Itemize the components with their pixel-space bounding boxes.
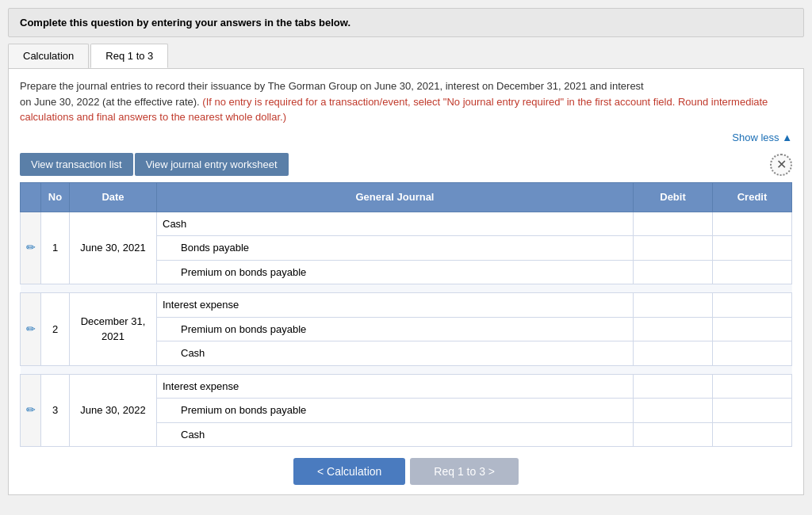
col-debit-header: Debit: [634, 183, 713, 212]
date-cell-1: June 30, 2021: [70, 212, 157, 284]
edit-icon-2[interactable]: ✏: [26, 322, 36, 335]
content-area: Prepare the journal entries to record th…: [8, 68, 804, 495]
journal-cell-3b[interactable]: Premium on bonds payable: [157, 399, 634, 423]
debit-cell-2b[interactable]: [634, 317, 713, 341]
credit-cell-1b[interactable]: [713, 236, 792, 261]
credit-cell-3b[interactable]: [713, 399, 792, 423]
journal-cell-1b[interactable]: Bonds payable: [157, 236, 634, 261]
spacer-row-2: [21, 365, 792, 374]
description-block: Prepare the journal entries to record th…: [20, 78, 792, 125]
toolbar-row: View transaction list View journal entry…: [20, 153, 792, 176]
toolbar-left: View transaction list View journal entry…: [20, 153, 289, 176]
date-cell-2: December 31, 2021: [70, 293, 157, 366]
credit-cell-1c[interactable]: [713, 260, 792, 284]
credit-cell-2a[interactable]: [713, 293, 792, 318]
credit-cell-1a[interactable]: [713, 212, 792, 236]
description-line2: on June 30, 2022 (at the effective rate)…: [20, 96, 200, 108]
edit-icon-1[interactable]: ✏: [26, 241, 36, 254]
edit-cell-2[interactable]: ✏: [21, 293, 41, 366]
show-less-link[interactable]: Show less ▲: [20, 130, 792, 146]
col-date-header: Date: [70, 183, 157, 212]
circle-x-button[interactable]: ✕: [770, 154, 792, 176]
table-row: ✏ 3 June 30, 2022 Interest expense: [21, 374, 792, 399]
spacer-row-1: [21, 284, 792, 293]
view-transaction-button[interactable]: View transaction list: [20, 153, 133, 176]
debit-cell-1a[interactable]: [634, 212, 713, 236]
col-credit-header: Credit: [713, 183, 792, 212]
credit-cell-3a[interactable]: [713, 374, 792, 399]
journal-cell-1a[interactable]: Cash: [157, 212, 634, 236]
no-cell-1: 1: [41, 212, 70, 284]
x-icon: ✕: [776, 155, 787, 174]
debit-cell-3c[interactable]: [634, 422, 713, 447]
tabs-row: Calculation Req 1 to 3: [8, 44, 804, 68]
date-cell-3: June 30, 2022: [70, 374, 157, 447]
table-row: ✏ 2 December 31, 2021 Interest expense: [21, 293, 792, 318]
col-journal-header: General Journal: [157, 183, 634, 212]
edit-cell-1[interactable]: ✏: [21, 212, 41, 284]
journal-table: No Date General Journal Debit Credit: [20, 182, 792, 447]
journal-cell-2a[interactable]: Interest expense: [157, 293, 634, 318]
debit-cell-1b[interactable]: [634, 236, 713, 261]
tab-req1to3[interactable]: Req 1 to 3: [90, 44, 168, 68]
description-line1: Prepare the journal entries to record th…: [20, 80, 644, 92]
tab-calculation[interactable]: Calculation: [8, 44, 89, 68]
debit-cell-3b[interactable]: [634, 399, 713, 423]
col-edit-header: [21, 183, 41, 212]
table-row: ✏ 1 June 30, 2021 Cash: [21, 212, 792, 236]
nav-buttons: < Calculation Req 1 to 3 >: [20, 458, 792, 485]
view-journal-button[interactable]: View journal entry worksheet: [135, 153, 289, 176]
debit-cell-2c[interactable]: [634, 341, 713, 366]
instruction-text: Complete this question by entering your …: [20, 17, 350, 29]
edit-cell-3[interactable]: ✏: [21, 374, 41, 447]
journal-cell-3a[interactable]: Interest expense: [157, 374, 634, 399]
credit-cell-2c[interactable]: [713, 341, 792, 366]
prev-button[interactable]: < Calculation: [293, 458, 405, 485]
edit-icon-3[interactable]: ✏: [26, 403, 36, 416]
no-cell-2: 2: [41, 293, 70, 366]
journal-cell-2b[interactable]: Premium on bonds payable: [157, 317, 634, 341]
debit-cell-2a[interactable]: [634, 293, 713, 318]
instruction-bar: Complete this question by entering your …: [8, 8, 804, 37]
debit-cell-3a[interactable]: [634, 374, 713, 399]
next-button: Req 1 to 3 >: [410, 458, 519, 485]
col-no-header: No: [41, 183, 70, 212]
credit-cell-2b[interactable]: [713, 317, 792, 341]
debit-cell-1c[interactable]: [634, 260, 713, 284]
journal-cell-3c[interactable]: Cash: [157, 422, 634, 447]
no-cell-3: 3: [41, 374, 70, 447]
journal-cell-2c[interactable]: Cash: [157, 341, 634, 366]
credit-cell-3c[interactable]: [713, 422, 792, 447]
journal-cell-1c[interactable]: Premium on bonds payable: [157, 260, 634, 284]
